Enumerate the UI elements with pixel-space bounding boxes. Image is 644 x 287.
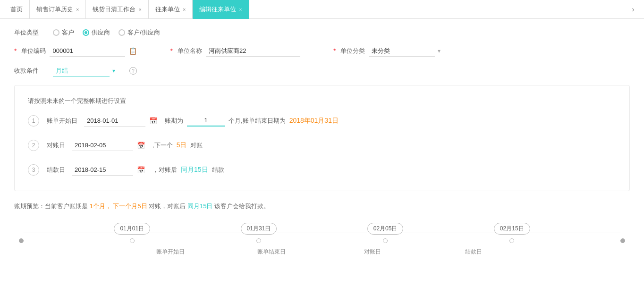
timeline-section: 01月01日 01月31日 02月05日 02月15日 <box>14 223 630 256</box>
step-2-text1: ,下一个 <box>153 141 173 150</box>
payment-terms-dropdown-icon: ▾ <box>112 68 115 74</box>
timeline-node-3: 02月05日 <box>367 223 404 243</box>
timeline-badge-3: 02月05日 <box>367 223 404 235</box>
unit-name-star: * <box>170 47 172 55</box>
preview-text: 账期预览：当前客户账期是 1个月， 下一个月5日 对账，对账后 同月15日 该客… <box>14 201 630 211</box>
radio-supplier-circle <box>83 29 89 36</box>
unit-category-star: * <box>333 47 336 55</box>
timeline-label-1: 账单开始日 <box>156 248 185 256</box>
step-1-end-date: 2018年01月31日 <box>289 117 339 125</box>
unit-name-field: * 单位名称 <box>170 45 300 57</box>
timeline-badge-2: 01月31日 <box>241 223 277 235</box>
unit-name-input[interactable] <box>206 45 300 57</box>
unit-code-field: * 单位编码 📋 <box>14 45 137 57</box>
step-3-calendar-icon[interactable]: 📅 <box>137 166 145 174</box>
preview-part3: 同月15日 <box>187 203 212 210</box>
step-3-label: 结款日 <box>47 166 65 174</box>
tab-sales-order-history-close[interactable]: × <box>76 7 79 12</box>
payment-terms-help-icon[interactable]: ? <box>129 67 137 75</box>
tabs-more-button[interactable]: › <box>626 0 640 19</box>
step-2-number: 2 <box>28 140 39 151</box>
step-3-text2: 结款 <box>212 166 224 174</box>
tab-cash-goods-workbench[interactable]: 钱货日清工作台 × <box>86 0 148 19</box>
tab-related-units-label: 往来单位 <box>155 5 180 14</box>
timeline-line-5 <box>530 233 620 233</box>
card-hint: 请按照未来的一个完整帐期进行设置 <box>28 97 616 105</box>
radio-customer-supplier[interactable]: 客户/供应商 <box>119 28 160 37</box>
step-1-row: 1 账单开始日 📅 账期为 个月,账单结束日期为 2018年01月31日 <box>28 115 616 127</box>
preview-part1: 1个月， <box>90 203 111 210</box>
timeline-dot-3 <box>383 238 388 243</box>
tab-edit-related-unit-close[interactable]: × <box>239 7 242 12</box>
tab-sales-order-history-label: 销售订单历史 <box>36 5 73 14</box>
radio-customer-supplier-circle <box>119 29 125 36</box>
radio-customer-circle <box>53 29 59 36</box>
unit-category-select[interactable]: ▾ <box>369 45 441 57</box>
payment-terms-select[interactable]: ▾ <box>53 65 115 76</box>
tab-related-units[interactable]: 往来单位 × <box>149 0 193 19</box>
step-1-date-input[interactable] <box>84 115 145 127</box>
timeline-line-1 <box>24 233 114 233</box>
step-1-text1: 账期为 <box>165 117 183 125</box>
timeline-line-2 <box>150 233 240 233</box>
timeline-label-2: 账单结束日 <box>257 248 286 256</box>
step-1-label: 账单开始日 <box>47 117 77 125</box>
tab-edit-related-unit[interactable]: 编辑往来单位 × <box>193 0 249 19</box>
unit-type-label: 单位类型 <box>14 28 39 37</box>
step-1-text2: 个月,账单结束日期为 <box>229 117 286 125</box>
payment-terms-label: 收款条件 <box>14 67 39 75</box>
preview-suffix: 该客户会给我打款。 <box>214 203 270 210</box>
timeline-badge-4: 02月15日 <box>494 223 530 235</box>
step-2-label: 对账日 <box>47 141 65 150</box>
radio-supplier[interactable]: 供应商 <box>83 28 110 37</box>
timeline-node-1: 01月01日 <box>114 223 150 243</box>
step-1-period-input[interactable] <box>187 115 225 127</box>
radio-customer-supplier-label: 客户/供应商 <box>127 28 160 37</box>
radio-customer-label: 客户 <box>62 28 74 37</box>
step-2-calendar-icon[interactable]: 📅 <box>137 142 145 149</box>
step-3-date-input[interactable] <box>72 164 133 176</box>
timeline-node-2: 01月31日 <box>241 223 277 243</box>
timeline-line-3 <box>277 233 367 233</box>
timeline-label-4: 结款日 <box>465 248 482 256</box>
timeline-start-dot <box>19 238 24 243</box>
tab-related-units-close[interactable]: × <box>183 7 186 12</box>
tab-sales-order-history[interactable]: 销售订单历史 × <box>30 0 86 19</box>
step-3-row: 3 结款日 📅 ，对账后 同月15日 结款 <box>28 164 616 176</box>
timeline-line-4 <box>403 233 493 233</box>
unit-type-row: 单位类型 客户 供应商 客户/供应商 <box>14 28 630 37</box>
main-content: 单位类型 客户 供应商 客户/供应商 * 单位编码 📋 * 单位名称 <box>0 19 644 287</box>
unit-code-input[interactable] <box>50 45 125 57</box>
timeline-node-4: 02月15日 <box>494 223 530 243</box>
unit-code-star: * <box>14 47 17 55</box>
step-3-highlight2: 同月15日 <box>181 166 208 174</box>
timeline-dot-2 <box>256 238 261 243</box>
unit-code-label: 单位编码 <box>21 47 46 55</box>
tab-cash-goods-workbench-close[interactable]: × <box>138 7 141 12</box>
unit-category-dropdown-icon: ▾ <box>438 48 441 54</box>
timeline-dot-1 <box>130 238 135 243</box>
card-panel: 请按照未来的一个完整帐期进行设置 1 账单开始日 📅 账期为 个月,账单结束日期… <box>14 85 630 191</box>
tab-home[interactable]: 首页 <box>4 0 30 19</box>
unit-type-radio-group: 客户 供应商 客户/供应商 <box>53 28 160 37</box>
unit-category-field: * 单位分类 ▾ <box>333 45 441 57</box>
step-1-calendar-icon[interactable]: 📅 <box>149 117 157 125</box>
payment-terms-input[interactable] <box>53 65 110 76</box>
step-2-date-input[interactable] <box>72 140 133 151</box>
tabs-bar: 首页 销售订单历史 × 钱货日清工作台 × 往来单位 × 编辑往来单位 × › <box>0 0 644 19</box>
step-3-text1: ，对账后 <box>153 166 177 174</box>
radio-customer[interactable]: 客户 <box>53 28 74 37</box>
tab-cash-goods-workbench-label: 钱货日清工作台 <box>93 5 136 14</box>
step-3-number: 3 <box>28 164 39 176</box>
preview-middle: 对账，对账后 <box>149 203 186 210</box>
preview-part2: 下一个月5日 <box>113 203 147 210</box>
timeline-badge-1: 01月01日 <box>114 223 150 235</box>
payment-terms-row: 收款条件 ▾ ? <box>14 65 630 76</box>
step-2-highlight1: 5日 <box>177 141 187 150</box>
tab-edit-related-unit-label: 编辑往来单位 <box>199 5 236 14</box>
unit-category-input[interactable] <box>369 45 435 57</box>
tab-home-label: 首页 <box>10 5 23 14</box>
timeline-dot-4 <box>509 238 514 243</box>
step-1-number: 1 <box>28 115 39 127</box>
unit-code-icon[interactable]: 📋 <box>129 47 137 55</box>
